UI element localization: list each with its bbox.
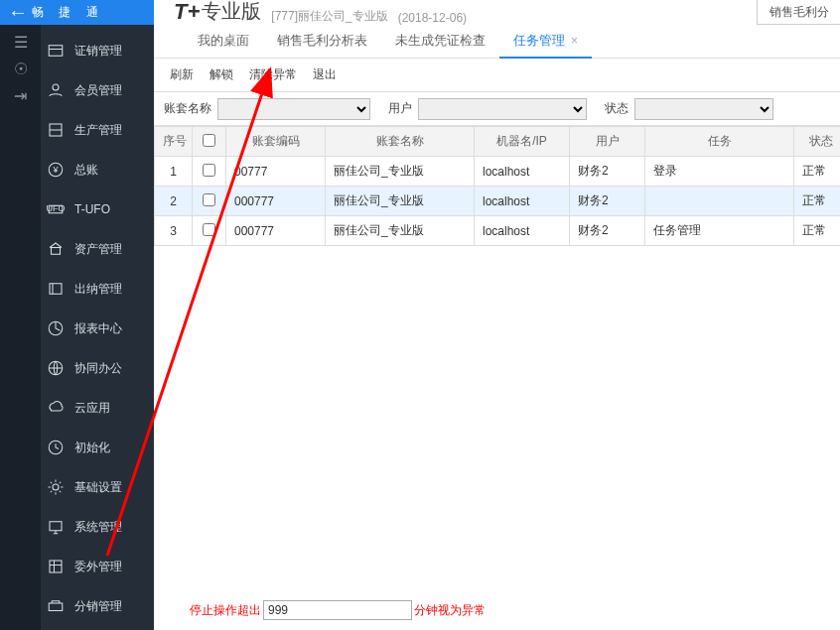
table-row[interactable]: 3000777丽佳公司_专业版localhost财务2任务管理正常 — [155, 216, 841, 246]
filter-label-state: 状态 — [605, 100, 629, 117]
sidebar-item[interactable]: 证销管理 — [41, 31, 154, 70]
sidebar-icon — [47, 81, 65, 99]
footer-text-b: 分钟视为异常 — [414, 602, 486, 619]
menu-icon[interactable]: ☰ — [14, 33, 28, 52]
table-row[interactable]: 100777丽佳公司_专业版localhost财务2登录正常 — [155, 157, 841, 187]
cell-status: 正常 — [794, 187, 841, 216]
footer-text-a: 停止操作超出 — [190, 602, 261, 619]
sidebar-item[interactable]: 会员管理 — [41, 70, 154, 110]
title-area: T+ 专业版 [777]丽佳公司_专业版 (2018-12-06) — [154, 0, 757, 25]
sidebar-icon — [47, 319, 65, 337]
column-header: 账套名称 — [326, 127, 475, 157]
cell-user: 财务2 — [570, 216, 645, 246]
select-all-checkbox[interactable] — [203, 134, 215, 147]
cell-code: 000777 — [226, 187, 326, 216]
toolbar-button[interactable]: 退出 — [313, 66, 337, 83]
sidebar-item[interactable]: 出纳管理 — [41, 269, 154, 309]
sidebar-label: 系统管理 — [74, 519, 122, 536]
table-row[interactable]: 2000777丽佳公司_专业版localhost财务2正常 — [155, 187, 841, 216]
svg-point-16 — [53, 484, 59, 490]
sidebar-icon — [47, 478, 65, 496]
sidebar-icon — [47, 240, 65, 258]
sidebar-icon — [47, 518, 65, 536]
sidebar-icon — [47, 121, 65, 139]
sidebar-item[interactable]: ¥总账 — [41, 150, 154, 189]
sidebar-item[interactable]: 委外管理 — [41, 547, 154, 586]
svg-text:UFO: UFO — [47, 203, 65, 213]
toolbar-button[interactable]: 解锁 — [210, 66, 233, 83]
sidebar-label: 资产管理 — [74, 241, 122, 258]
column-header: 序号 — [155, 127, 193, 157]
back-arrow-icon[interactable]: ← — [8, 1, 28, 24]
task-table: 序号账套编码账套名称机器名/IP用户任务状态 100777丽佳公司_专业版loc… — [154, 126, 840, 246]
row-checkbox[interactable] — [203, 223, 215, 236]
timeout-input[interactable] — [263, 600, 412, 620]
product-edition: 专业版 — [202, 0, 261, 25]
svg-point-2 — [53, 84, 59, 90]
sidebar-label: 报表中心 — [74, 320, 122, 337]
cell-code: 000777 — [226, 216, 326, 246]
toolbar-button[interactable]: 清除异常 — [249, 66, 297, 83]
cell-status: 正常 — [794, 157, 841, 187]
sidebar-icon — [47, 558, 65, 575]
sidebar-item[interactable]: 系统管理 — [41, 507, 154, 547]
sidebar-label: 出纳管理 — [74, 281, 122, 298]
toolbar-button[interactable]: 刷新 — [170, 66, 194, 83]
svg-rect-17 — [50, 522, 62, 531]
filter-name-select[interactable] — [217, 98, 370, 120]
filter-state-select[interactable] — [634, 98, 773, 120]
sidebar-label: 云应用 — [74, 400, 110, 417]
cell-user: 财务2 — [570, 187, 645, 216]
sidebar: ☰ ☉ ⇥ 证销管理会员管理生产管理¥总账UFOT-UFO资产管理出纳管理报表中… — [0, 25, 154, 630]
toolbar: 刷新解锁清除异常退出 — [154, 59, 840, 92]
date-label: (2018-12-06) — [398, 11, 467, 25]
filter-user-select[interactable] — [418, 98, 587, 120]
sidebar-icon — [47, 439, 65, 456]
cell-host: localhost — [475, 216, 570, 246]
cell-code: 00777 — [226, 157, 326, 187]
sidebar-label: T-UFO — [74, 202, 110, 216]
cell-task: 登录 — [645, 157, 794, 187]
svg-rect-20 — [50, 561, 62, 572]
sidebar-item[interactable]: 初始化 — [41, 428, 154, 467]
cell-index: 2 — [155, 187, 193, 216]
sidebar-item[interactable]: 生产管理 — [41, 110, 154, 150]
svg-rect-10 — [50, 284, 62, 295]
sidebar-item[interactable]: 基础设置 — [41, 467, 154, 507]
column-header: 账套编码 — [226, 127, 326, 157]
sidebar-label: 生产管理 — [74, 122, 122, 139]
filter-bar: 账套名称 用户 状态 — [154, 92, 840, 126]
sidebar-icon — [47, 280, 65, 298]
tab[interactable]: 销售毛利分析表 — [263, 25, 381, 59]
cell-host: localhost — [475, 187, 570, 216]
tab[interactable]: 我的桌面 — [184, 25, 263, 59]
row-checkbox[interactable] — [203, 193, 215, 206]
sidebar-icon — [47, 597, 65, 615]
sidebar-item[interactable]: 协同办公 — [41, 348, 154, 388]
svg-rect-9 — [52, 248, 61, 255]
top-action-button[interactable]: 销售毛利分 — [757, 0, 840, 25]
sidebar-label: 初始化 — [74, 440, 110, 456]
sidebar-label: 基础设置 — [74, 479, 122, 496]
tab[interactable]: 任务管理× — [499, 25, 592, 59]
filter-label-name: 账套名称 — [164, 100, 211, 117]
filter-label-user: 用户 — [388, 100, 412, 117]
cell-name: 丽佳公司_专业版 — [326, 216, 475, 246]
svg-rect-0 — [49, 46, 63, 57]
row-checkbox[interactable] — [203, 164, 215, 177]
cell-name: 丽佳公司_专业版 — [326, 187, 475, 216]
sidebar-item[interactable]: UFOT-UFO — [41, 189, 154, 229]
sidebar-item[interactable]: 资产管理 — [41, 229, 154, 269]
export-icon[interactable]: ⇥ — [14, 86, 27, 105]
tab[interactable]: 未生成凭证检查 — [381, 25, 499, 59]
sidebar-item[interactable]: 分销管理 — [41, 586, 154, 626]
brand-bar: ← 畅 捷 通 — [0, 0, 154, 25]
tab-bar: 我的桌面销售毛利分析表未生成凭证检查任务管理× — [154, 25, 840, 59]
search-icon[interactable]: ☉ — [14, 60, 28, 78]
sidebar-item[interactable]: 云应用 — [41, 388, 154, 428]
close-icon[interactable]: × — [571, 34, 578, 48]
column-header: 机器名/IP — [475, 127, 570, 157]
sidebar-item[interactable]: 报表中心 — [41, 309, 154, 348]
sidebar-label: 协同办公 — [74, 360, 122, 377]
sidebar-icon: UFO — [47, 200, 65, 218]
